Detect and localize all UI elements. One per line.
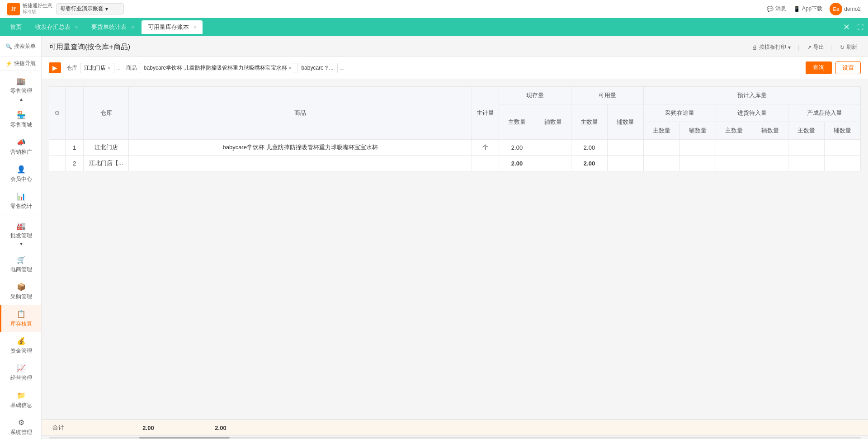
more-products[interactable]: ...	[340, 65, 344, 71]
warehouse-tags: 江北门店 × ...	[80, 63, 121, 73]
chevron-down-icon: ▾	[105, 6, 108, 12]
footer-stock-main: 2.00	[130, 425, 166, 431]
row2-purchase-main	[644, 156, 680, 171]
row1-incoming-main	[716, 140, 752, 156]
filter-actions: 查询 设置	[806, 61, 861, 74]
column-settings-icon[interactable]: ⚙	[54, 109, 60, 117]
row2-unit	[472, 156, 499, 171]
sidebar-item-member[interactable]: 👤 会员中心	[0, 160, 41, 188]
sidebar-item-wholesale-mgmt[interactable]: 🏭 批发管理 ▼	[0, 217, 41, 251]
th-stock-main: 主数量	[499, 104, 535, 140]
tab-receivables[interactable]: 收发存汇总表 ×	[29, 20, 84, 34]
expand-icon[interactable]: ⛶	[857, 24, 863, 31]
top-bar-right: 💬 消息 📱 App下载 Ea demo2	[767, 3, 861, 15]
logo-area: 好 畅捷通好生意 标准版	[7, 3, 52, 15]
row1-num: 1	[66, 140, 84, 156]
export-btn[interactable]: ↗ 导出	[803, 42, 828, 53]
sidebar-item-basics[interactable]: 📁 基础信息	[0, 387, 41, 414]
sidebar-item-ecommerce[interactable]: 🛒 电商管理	[0, 251, 41, 278]
row2-available-aux	[608, 156, 644, 171]
sidebar-item-system[interactable]: ⚙ 系统管理	[0, 414, 41, 439]
row1-production-main	[788, 140, 825, 156]
close-tab-receivables[interactable]: ×	[75, 24, 78, 30]
page-title: 可用量查询(按仓库+商品)	[49, 42, 130, 52]
row1-stock-main: 2.00	[499, 140, 535, 156]
print-btn[interactable]: 🖨 按模板打印 ▾	[748, 42, 794, 53]
th-incoming-group: 进货待入量	[716, 104, 788, 122]
scroll-thumb[interactable]	[139, 437, 230, 439]
message-icon: 💬	[767, 6, 774, 12]
operations-icon: 📈	[17, 364, 26, 373]
remove-warehouse-tag[interactable]: ×	[108, 66, 110, 71]
nav-icon: ⚡	[5, 61, 12, 67]
th-production-aux: 辅数量	[825, 122, 861, 140]
logo-text: 畅捷通好生意 标准版	[23, 3, 52, 15]
content-area: 可用量查询(按仓库+商品) 🖨 按模板打印 ▾ | ↗ 导出 | ↻ 刷新	[42, 36, 868, 439]
th-incoming-aux: 辅数量	[752, 122, 788, 140]
th-product: 商品	[129, 87, 472, 140]
tab-available-inventory[interactable]: 可用量库存账本 ×	[142, 20, 203, 34]
th-purchase-aux: 辅数量	[680, 122, 716, 140]
row1-available-aux	[608, 140, 644, 156]
sidebar-item-retail-mgmt[interactable]: 🏬 零售管理 ▲	[0, 72, 41, 106]
filter-toggle-btn[interactable]: ▶	[49, 62, 61, 73]
row2-product	[129, 156, 472, 171]
top-bar: 好 畅捷通好生意 标准版 母婴行业演示账套 ▾ 💬 消息 📱 App下载 Ea …	[0, 0, 868, 18]
download-btn[interactable]: 📱 App下载	[793, 5, 822, 13]
user-area[interactable]: Ea demo2	[830, 3, 861, 15]
divider2: |	[831, 44, 833, 51]
close-tab-order-stats[interactable]: ×	[131, 24, 134, 30]
sidebar-item-retail-stats[interactable]: 📊 零售统计	[0, 188, 41, 215]
row1-production-aux	[825, 140, 861, 156]
query-btn[interactable]: 查询	[806, 61, 832, 74]
sidebar-item-retail-store[interactable]: 🏪 零售商城	[0, 106, 41, 133]
close-tab-available-inventory[interactable]: ×	[193, 24, 196, 30]
download-icon: 📱	[793, 6, 800, 12]
sidebar-item-finance[interactable]: 💰 资金管理	[0, 332, 41, 359]
sidebar-section: 🏬 零售管理 ▲ 🏪 零售商城 📣 营销推广 👤 会员中心 📊 零售统计	[0, 71, 41, 439]
message-label: 消息	[775, 5, 786, 13]
sidebar-item-marketing[interactable]: 📣 营销推广	[0, 133, 41, 160]
th-settings: ⚙	[49, 87, 66, 140]
th-num	[66, 87, 84, 140]
industry-label: 母婴行业演示账套	[60, 5, 104, 13]
sidebar-item-operations[interactable]: 📈 经营管理	[0, 359, 41, 387]
ecommerce-icon: 🛒	[17, 255, 26, 264]
row1-stock-aux	[535, 140, 571, 156]
th-available-aux: 辅数量	[608, 104, 644, 140]
tab-order-stats[interactable]: 要货单统计表 ×	[85, 20, 140, 34]
sidebar-item-purchase[interactable]: 📦 采购管理	[0, 278, 41, 305]
row2-num: 2	[66, 156, 84, 171]
close-all-tabs[interactable]: ✕	[843, 22, 850, 32]
page-actions: 🖨 按模板打印 ▾ | ↗ 导出 | ↻ 刷新	[748, 42, 861, 53]
avatar: Ea	[830, 3, 842, 15]
print-icon: 🖨	[752, 44, 757, 51]
th-purchase-group: 采购在途量	[644, 104, 716, 122]
more-warehouses[interactable]: ...	[116, 65, 121, 71]
tab-home[interactable]: 首页	[4, 20, 28, 34]
row2-production-aux	[825, 156, 861, 171]
th-main-unit: 主计量	[472, 87, 499, 140]
download-label: App下载	[802, 5, 822, 13]
finance-icon: 💰	[17, 337, 26, 345]
settings-btn[interactable]: 设置	[835, 61, 861, 74]
row1-available-main: 2.00	[571, 140, 608, 156]
th-warehouse: 仓库	[84, 87, 129, 140]
search-menu-btn[interactable]: 🔍 搜索菜单	[4, 40, 38, 53]
footer-values: 2.00 2.00	[103, 425, 861, 431]
industry-selector[interactable]: 母婴行业演示账套 ▾	[56, 3, 124, 14]
system-icon: ⚙	[18, 418, 24, 427]
th-incoming-main: 主数量	[716, 122, 752, 140]
remove-product-tag-1[interactable]: ×	[289, 66, 292, 71]
warehouse-filter: 仓库 江北门店 × ...	[66, 63, 121, 73]
quick-nav-btn[interactable]: ⚡ 快捷导航	[0, 57, 41, 71]
sidebar-item-inventory[interactable]: 📋 库存核算	[0, 305, 41, 332]
refresh-btn[interactable]: ↻ 刷新	[836, 42, 861, 53]
th-available-main: 主数量	[571, 104, 608, 140]
row2-col-checkbox	[49, 156, 66, 171]
purchase-icon: 📦	[17, 283, 26, 291]
filter-bar: ▶ 仓库 江北门店 × ... 商品 babycare学饮杯 儿童防摔防撞吸管杯…	[42, 57, 868, 79]
scroll-track[interactable]	[49, 437, 861, 439]
message-btn[interactable]: 💬 消息	[767, 5, 786, 13]
refresh-icon: ↻	[840, 44, 844, 51]
